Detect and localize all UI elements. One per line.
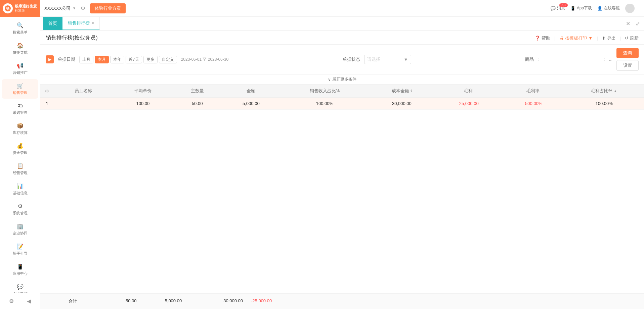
settings-button[interactable]: 设置 [616,60,639,71]
sidebar: 畅 畅康通好生意 标准版 🔍搜索菜单🏠快捷导航📢营销推广🛒销售管理🛍采购管理📦库… [0,0,40,309]
cell-qty: 50.00 [173,98,222,110]
app-name: 畅康通好生意 [15,4,37,8]
message-button[interactable]: 💬 消息 99+ [551,5,565,11]
sidebar-item-purchase[interactable]: 🛍采购管理 [2,99,38,118]
sidebar-icon-shortcut: 🏠 [17,42,24,49]
help-button[interactable]: ❓ 帮助 [535,35,550,41]
date-week-button[interactable]: 近7天 [126,56,142,63]
sidebar-item-finance[interactable]: 💰资金管理 [2,139,38,159]
tab-sales-ranking[interactable]: 销售排行榜 × [62,17,100,30]
sidebar-settings-icon[interactable]: ⚙ [8,297,15,306]
table-header-row: ⚙ 员工名称 平均单价 主数量 全额 销售收入占比% 成本全额 ℹ 毛利 毛利率… [40,85,644,98]
footer-row: 合计 50.00 5,000.00 30,000.00 -25,000.00 [44,297,640,306]
topbar-gear-icon[interactable]: ⚙ [79,4,87,13]
filter-collapse-button[interactable]: ▶ [46,55,54,63]
tabs-window-close-icon[interactable]: ✕ [625,19,632,28]
sidebar-icon-system: ⚙ [18,203,23,209]
data-table-area: ⚙ 员工名称 平均单价 主数量 全额 销售收入占比% 成本全额 ℹ 毛利 毛利率… [40,85,644,293]
cell-profit: -25,000.00 [434,98,502,110]
message-badge: 99+ [559,3,568,7]
sidebar-icon-search: 🔍 [17,22,24,29]
cell-avg-price: 100.00 [113,98,173,110]
cell-profit-pct: 100.00% [564,98,644,110]
date-current-month-button[interactable]: 本月 [95,56,109,63]
print-arrow-icon: ▼ [588,36,593,41]
export-label: 导出 [607,35,616,41]
tabs-expand-icon[interactable]: ⤢ [634,19,641,28]
sidebar-item-search[interactable]: 🔍搜索菜单 [2,19,38,38]
th-profit: 毛利 [434,85,502,98]
print-button[interactable]: 🖨 按模板打印 ▼ [559,35,593,41]
data-table: ⚙ 员工名称 平均单价 主数量 全额 销售收入占比% 成本全额 ℹ 毛利 毛利率… [40,85,644,110]
query-button[interactable]: 查询 [616,48,639,58]
sidebar-item-operation[interactable]: 📋经营管理 [2,159,38,179]
status-filter-select[interactable]: 请选择 ▼ [364,55,411,64]
sidebar-item-sales[interactable]: 🛒销售管理 [2,79,38,99]
message-icon: 💬 [551,6,556,11]
sidebar-label-search: 搜索菜单 [13,30,28,35]
app-download-label: App下载 [577,5,592,11]
refresh-label: 刷新 [630,35,639,41]
refresh-button[interactable]: ↺ 刷新 [625,35,639,41]
online-service-button[interactable]: 👤 在线客服 [597,5,620,11]
filter-row: ▶ 单据日期 上月 本月 本年 近7天 更多 自定义 2023-06-01 至 … [46,48,639,71]
expand-label: 展开更多条件 [332,76,356,82]
sidebar-item-basic[interactable]: 📊基础信息 [2,179,38,199]
sidebar-label-finance: 资金管理 [13,150,28,155]
date-prev-month-button[interactable]: 上月 [79,56,93,63]
cell-name [54,98,113,110]
date-filter-buttons: 上月 本月 本年 近7天 更多 自定义 [79,56,177,63]
sidebar-item-apps[interactable]: 📱应用中心 [2,260,38,279]
export-button[interactable]: ⬆ 导出 [602,35,616,41]
main-area: XXXXXX公司 ▼ ⚙ 体验行业方案 💬 消息 99+ 📱 App下载 👤 在… [40,0,644,309]
trial-button[interactable]: 体验行业方案 [90,3,126,13]
date-year-button[interactable]: 本年 [110,56,124,63]
sidebar-item-wechat[interactable]: 💬企业微信 [2,280,38,293]
goods-filter-input[interactable] [538,58,605,61]
sidebar-label-sales: 销售管理 [13,90,28,95]
date-more-button[interactable]: 更多 [143,56,158,63]
tab-close-icon[interactable]: × [92,21,94,25]
sidebar-label-enterprise: 企业协同 [13,231,28,236]
app-edition: 标准版 [15,8,37,13]
company-selector[interactable]: XXXXXX公司 ▼ [44,5,76,11]
footer-total-label: 合计 [65,297,81,306]
app-download-button[interactable]: 📱 App下载 [570,5,592,11]
sidebar-item-shortcut[interactable]: 🏠快捷导航 [2,39,38,58]
sidebar-item-system[interactable]: ⚙系统管理 [2,200,38,219]
th-name: 员工名称 [54,85,113,98]
tab-sales-ranking-label: 销售排行榜 [68,20,90,26]
sidebar-bottom: ⚙ ◀ [0,293,40,309]
footer-amount [141,297,161,306]
sidebar-item-inventory[interactable]: 📦库存核算 [2,119,38,139]
sidebar-icon-guide: 📝 [17,243,24,250]
table-settings-header[interactable]: ⚙ [40,85,54,98]
expand-more-button[interactable]: ∨ 展开更多条件 [328,76,356,82]
tab-home[interactable]: 首页 [43,17,62,30]
tabs-bar: 首页 销售排行榜 × ✕ ⤢ [40,17,644,31]
avatar[interactable] [625,4,635,13]
sidebar-item-enterprise[interactable]: 🏢企业协同 [2,220,38,239]
sidebar-label-shortcut: 快捷导航 [13,50,28,55]
th-profit-rate: 毛利率 [502,85,564,98]
status-select-value: 请选择 [367,56,380,62]
filter-arrow-icon: ▶ [48,57,51,62]
sidebar-icon-enterprise: 🏢 [17,223,24,229]
th-profit-pct: 毛利占比% ▲ [564,85,644,98]
sidebar-label-guide: 新手引导 [13,251,28,256]
sidebar-label-marketing: 营销推广 [13,70,28,75]
sidebar-icon-marketing: 📢 [17,62,24,69]
more-filters-button[interactable]: ... [609,57,612,62]
sidebar-label-purchase: 采购管理 [13,110,28,115]
date-range-display: 2023-06-01 至 2023-06-30 [181,57,228,62]
expand-more-bar: ∨ 展开更多条件 [40,74,644,85]
footer-qty-val: 50.00 [122,297,141,306]
sidebar-collapse-icon[interactable]: ◀ [26,297,32,306]
print-icon: 🖨 [559,36,564,41]
cell-cost: 30,000.00 [369,98,435,110]
date-custom-button[interactable]: 自定义 [159,56,177,63]
sidebar-item-marketing[interactable]: 📢营销推广 [2,59,38,79]
sidebar-icon-apps: 📱 [17,263,24,270]
footer-qty [81,297,122,306]
sidebar-item-guide[interactable]: 📝新手引导 [2,240,38,259]
